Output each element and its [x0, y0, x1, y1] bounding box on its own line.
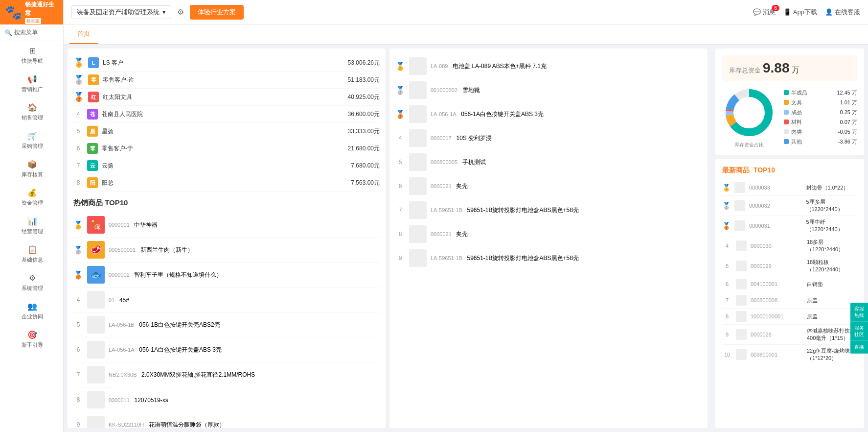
rank-new-6: 6	[722, 281, 732, 287]
new-products-card: 最新商品 TOP10 🏅 0000033 封边带（1.0*22） 🥈 00000…	[715, 159, 864, 428]
trial-button[interactable]: 体验行业方案	[190, 5, 244, 20]
legend-item-1: 文具 1.01 万	[784, 99, 857, 106]
popular-img-1	[409, 57, 427, 75]
message-icon: 💬	[753, 8, 761, 16]
hot-product-row-3: 🥉 🐟 0000002 智利车子里（规格不知道填什么）	[73, 263, 380, 288]
rank-name-1: LS 客户	[103, 59, 344, 67]
popular-name-9: 59651-1B旋转投影灯电池盒ABS黑色+58壳	[467, 255, 578, 262]
new-product-code-1: 0000033	[749, 185, 800, 191]
sidebar-nav-item-xinshou[interactable]: 🎯 新手引导	[0, 325, 63, 354]
popular-code-7: LA-59651-1B	[431, 207, 462, 213]
rank-badge-4: 苍	[87, 109, 98, 120]
legend-dot-5	[784, 139, 789, 144]
popular-row-7: 7 LA-59651-1B 59651-1B旋转投影灯电池盒ABS黑色+58壳	[395, 198, 702, 222]
nav-icon-kuaijie: ⊞	[29, 46, 36, 55]
popular-info-2: 001000002 雪地靴	[431, 86, 702, 95]
nav-icon-zijin: 💰	[27, 188, 37, 197]
sidebar-nav-item-qiye[interactable]: 👥 企业协同	[0, 297, 63, 325]
legend-name-5: 其他	[791, 138, 838, 145]
sidebar-nav-item-kuaijie[interactable]: ⊞ 快捷导航	[0, 41, 63, 70]
sidebar-nav-item-xiaoshou[interactable]: 🏠 销售管理	[0, 98, 63, 126]
new-product-code-3: 0000031	[749, 223, 800, 229]
new-product-img-4	[736, 240, 747, 251]
inventory-card: 库存总资金 9.88 万	[715, 48, 864, 155]
popular-row-5: 5 000800005 手机测试	[395, 150, 702, 174]
sidebar-nav-item-zijin[interactable]: 💰 资金管理	[0, 183, 63, 212]
product-img-8	[87, 391, 105, 408]
product-name-6: 056-1A白色按键开关盖ABS 3壳	[139, 346, 222, 353]
messages-button[interactable]: 💬 消息 6	[753, 8, 776, 17]
chart-label: 库存资金占比	[734, 142, 764, 148]
rank-amount-5: 33,333.00元	[348, 127, 380, 136]
new-product-name-2: 5厘多层（1220*2440）	[806, 198, 858, 213]
popular-name-4: 10S 变利罗浸	[456, 135, 492, 142]
popular-name-2: 雪地靴	[462, 87, 480, 94]
popular-row-2: 🥈 001000002 雪地靴	[395, 78, 702, 102]
product-code-9: KK-SD22110H	[109, 422, 144, 428]
new-products-title: 最新商品 TOP10	[722, 166, 857, 175]
rank-amount-6: 21,680.00元	[348, 144, 380, 153]
rank-name-2: 零售客户-许	[103, 76, 344, 84]
medal-hot-3: 🥉	[73, 270, 83, 280]
product-code-6: LA-056-1A	[109, 347, 135, 353]
popular-code-5: 000800005	[431, 159, 457, 165]
app-download-button[interactable]: 📱 App下载	[783, 8, 817, 17]
chart-container: 库存资金占比 半成品 12.45 万 文具 1.01 万	[722, 86, 857, 148]
ranking-row-4: 4 苍 苍南县人民医院 36,600.00元	[73, 106, 380, 123]
sidebar-logo: 🐾 畅捷通好生意 标准版	[0, 0, 63, 24]
medal-hot-2: 🥈	[73, 245, 83, 255]
new-product-code-2: 0000032	[749, 203, 800, 209]
rank-name-6: 零售客户-于	[102, 144, 344, 153]
hot-product-row-2: 🥈 🥩 000500001 新西兰牛肉（新牛）	[73, 238, 380, 263]
ranking-row-2: 🥈 零 零售客户-许 51,183.00元	[73, 72, 380, 89]
product-img-3: 🐟	[87, 266, 105, 284]
new-product-name-10: 22g鱼豆腐-烧烤味（1*12*20）	[807, 347, 857, 362]
logo-edition: 标准版	[25, 17, 58, 24]
rank-name-4: 苍南县人民医院	[102, 110, 344, 119]
nav-icon-kucun: 📦	[27, 160, 37, 169]
medal-new-2: 🥈	[722, 202, 731, 210]
ranking-row-6: 6 零 零售客户-于 21,680.00元	[73, 140, 380, 157]
inventory-summary: 库存总资金 9.88 万	[722, 55, 857, 81]
new-product-row-10: 10 003800001 22g鱼豆腐-烧烤味（1*12*20）	[722, 345, 857, 364]
float-btn-live[interactable]: 直播	[850, 341, 868, 354]
rank-num-hot-4: 4	[73, 296, 83, 303]
sidebar-nav-item-kucun[interactable]: 📦 库存核算	[0, 155, 63, 183]
popular-info-3: LA-056-1A 056-1A白色按键开关盖ABS 3壳	[431, 110, 702, 119]
sidebar-nav-item-jichu[interactable]: 📋 基础信息	[0, 240, 63, 268]
legend-name-2: 成品	[791, 109, 840, 116]
new-product-code-6: 004100001	[751, 281, 801, 287]
product-name-9: 花语萌恒温分腿睡袋（厚款）	[149, 421, 225, 428]
sidebar-nav-item-yingxiao[interactable]: 📢 营销推广	[0, 70, 63, 98]
sidebar-nav-item-caigou[interactable]: 🛒 采购管理	[0, 126, 63, 155]
float-btn-community[interactable]: 服务社区	[850, 322, 868, 341]
nav-icon-xiaoshou: 🏠	[27, 103, 37, 112]
float-buttons: 客服热线 服务社区 直播	[850, 303, 868, 354]
popular-img-6	[409, 177, 427, 195]
new-product-img-7	[736, 295, 747, 306]
sidebar-search[interactable]: 🔍 搜索菜单	[0, 24, 63, 41]
legend-val-3: 0.07 万	[840, 119, 857, 126]
rank-name-3: 红太阳文具	[103, 93, 344, 101]
sidebar-nav-item-xitong[interactable]: ⚙ 系统管理	[0, 268, 63, 297]
content: 🏅 L LS 客户 53,006.26元 🥈 零 零售客户-许 51,183.0…	[64, 45, 868, 432]
online-service-button[interactable]: 👤 在线客服	[825, 8, 860, 17]
rank-badge-1: L	[88, 57, 99, 68]
system-select[interactable]: 装备及固定资产辅助管理系统 ▾	[71, 5, 171, 19]
product-name-1: 中华神器	[134, 221, 158, 228]
tab-home[interactable]: 首页	[69, 24, 98, 44]
app-download-label: App下载	[793, 8, 817, 17]
gear-icon[interactable]: ⚙	[177, 7, 184, 17]
rank-name-8: 阳总	[102, 179, 347, 187]
new-product-row-8: 8 10000100001 原盖	[722, 309, 857, 325]
float-btn-service[interactable]: 客服热线	[850, 303, 868, 322]
product-img-9	[87, 416, 105, 428]
popular-info-6: 0000021 夹壳	[431, 182, 702, 191]
sales-ranking-card: 🏅 L LS 客户 53,006.26元 🥈 零 零售客户-许 51,183.0…	[68, 48, 386, 428]
sidebar-nav-item-jingying[interactable]: 📊 经营管理	[0, 212, 63, 240]
new-product-name-5: 18颗粒板（1220*2440）	[807, 259, 857, 273]
rank-amount-2: 51,183.00元	[348, 76, 380, 84]
product-name-7: 2.0X30MM双搓花轴,搓花直径2.1MM/ROHS	[141, 371, 255, 378]
nav-icon-caigou: 🛒	[27, 131, 37, 141]
rank-num-8: 8	[73, 179, 83, 186]
